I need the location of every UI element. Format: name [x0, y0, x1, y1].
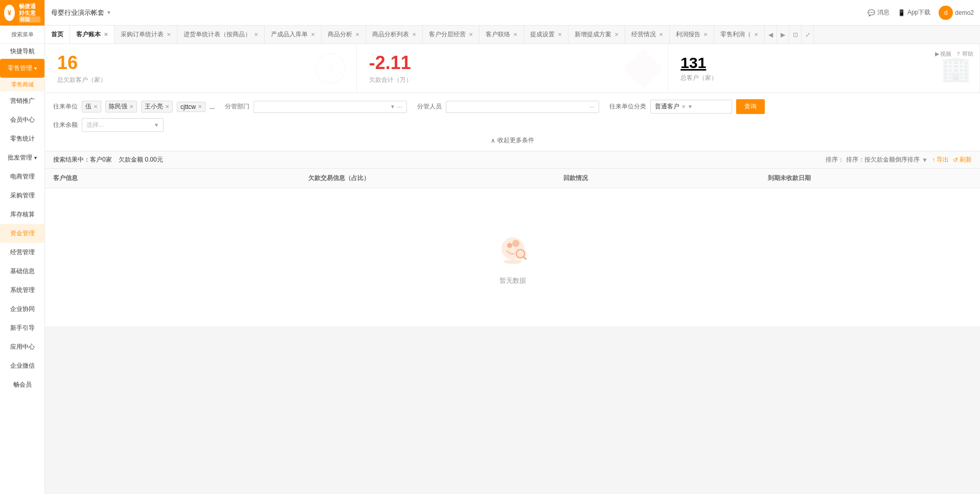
tab-close-product-analysis[interactable]: ✕	[355, 32, 359, 37]
sidebar-item-retail[interactable]: 零售管理 ▾	[0, 59, 44, 78]
category-tag-close[interactable]: ✕	[681, 104, 686, 109]
tab-expand[interactable]: ⤢	[802, 26, 814, 44]
stat-debtors-label: 总欠款客户（家）	[57, 76, 106, 84]
tab-profit-report[interactable]: 利润报告 ✕	[670, 26, 714, 44]
collapse-button[interactable]: ∧ 收起更多条件	[491, 136, 534, 145]
sidebar-item-marketing[interactable]: 营销推广	[0, 92, 44, 110]
dept-input[interactable]: ▼ ···	[254, 101, 407, 113]
app-icon: 📱	[898, 9, 905, 16]
user-label: demo2	[955, 9, 974, 16]
svg-point-3	[512, 240, 519, 247]
company-filter-label: 往来单位	[53, 102, 78, 111]
tab-nav-next[interactable]: ▶	[777, 26, 789, 44]
sort-selector[interactable]: 排序： 排序：按欠款金额倒序排序 ▼	[826, 155, 928, 164]
sidebar-item-operations[interactable]: 经营管理	[0, 243, 44, 262]
sidebar-item-member[interactable]: 会员中心	[0, 110, 44, 129]
company-tag-wu-close[interactable]: ✕	[94, 104, 98, 109]
sidebar-item-purchase[interactable]: 采购管理	[0, 186, 44, 205]
tab-nav-menu[interactable]: ⊡	[789, 26, 802, 44]
empty-state: 暂无数据	[45, 188, 980, 326]
sidebar-item-enterprise[interactable]: 企业协同	[0, 300, 44, 319]
sidebar-item-basic[interactable]: 基础信息	[0, 262, 44, 281]
dept-dots[interactable]: ···	[397, 103, 402, 110]
company-tag-cjttcw-close[interactable]: ✕	[198, 104, 202, 109]
tab-promo-settings[interactable]: 提成设置 ✕	[524, 26, 568, 44]
tab-close-product-analysis-list[interactable]: ✕	[412, 32, 416, 37]
person-input[interactable]: ···	[446, 101, 599, 113]
stat-total-debtors: ¥ 16 总欠款客户（家）	[45, 44, 357, 93]
sidebar-search[interactable]: 搜索菜单	[0, 26, 44, 44]
tab-operations[interactable]: 经营情况 ✕	[625, 26, 670, 44]
sidebar-item-newguide[interactable]: 新手引导	[0, 319, 44, 338]
query-button[interactable]: 查询	[736, 99, 765, 114]
result-summary: 搜索结果中：客户0家 欠款金额 0.00元	[53, 155, 163, 164]
tab-purchase-stat[interactable]: 进货单统计表（按商品） ✕	[177, 26, 265, 44]
stat-customers-value[interactable]: 131	[680, 54, 717, 72]
category-tag: 普通客户 ✕	[655, 102, 686, 111]
page-content: ¥ 16 总欠款客户（家） -2.11 欠款合计（万） 🏢	[45, 44, 980, 494]
app-download-button[interactable]: 📱 App下载	[898, 8, 930, 17]
sidebar-item-wholesale[interactable]: 批发管理 ▾	[0, 148, 44, 167]
video-help-btn[interactable]: ▶ 视频	[935, 50, 951, 58]
tab-close-operations[interactable]: ✕	[659, 32, 663, 37]
tab-nav-prev[interactable]: ◀	[765, 26, 777, 44]
tab-product-analysis-list[interactable]: 商品分析列表 ✕	[366, 26, 423, 44]
sidebar-item-wechat[interactable]: 企业微信	[0, 356, 44, 375]
company-tags-more[interactable]: ...	[210, 103, 215, 110]
category-input[interactable]: 普通客户 ✕ ▼	[650, 100, 732, 114]
company-tag-wu: 伍 ✕	[82, 101, 101, 113]
col-repay: 回款情况	[563, 174, 767, 183]
sidebar-item-vip[interactable]: 畅会员	[0, 375, 44, 394]
sidebar-item-apps[interactable]: 应用中心	[0, 338, 44, 356]
help-btn[interactable]: ？ 帮助	[955, 50, 973, 58]
company-tag-wang-close[interactable]: ✕	[165, 104, 169, 109]
sidebar-item-ecommerce[interactable]: 电商管理	[0, 167, 44, 186]
tab-new-promo[interactable]: 新增提成方案 ✕	[568, 26, 625, 44]
stat-customers-label: 总客户（家）	[680, 74, 717, 82]
sidebar-item-retail-shop[interactable]: 零售商城	[0, 78, 44, 92]
user-profile[interactable]: d demo2	[939, 6, 974, 20]
tab-close-customer-ops[interactable]: ✕	[469, 32, 473, 37]
export-button[interactable]: ↑ 导出	[932, 155, 949, 164]
tab-close-accounts[interactable]: ✕	[104, 32, 108, 37]
company-tag-cjttcw: cjttcw ✕	[177, 102, 206, 112]
col-debt: 欠款交易信息（占比）	[308, 174, 563, 183]
tab-product-analysis[interactable]: 商品分析 ✕	[322, 26, 366, 44]
tab-close-customer-contact[interactable]: ✕	[513, 32, 517, 37]
tab-close-new-promo[interactable]: ✕	[614, 32, 619, 37]
tab-close-retail-profit[interactable]: ✕	[754, 32, 758, 37]
store-name: 母婴行业演示帐套	[51, 8, 104, 17]
tab-close-promo-settings[interactable]: ✕	[558, 32, 562, 37]
tab-purchase-order[interactable]: 采购订单统计表 ✕	[115, 26, 177, 44]
tab-close-purchase-order[interactable]: ✕	[167, 32, 171, 37]
store-selector[interactable]: 母婴行业演示帐套 ▼	[51, 8, 111, 17]
sidebar-item-system[interactable]: 系统管理	[0, 281, 44, 300]
svg-line-6	[523, 257, 526, 259]
message-label: 消息	[877, 8, 890, 17]
sidebar-item-inventory[interactable]: 库存核算	[0, 205, 44, 224]
sort-arrow-icon: ▼	[922, 156, 928, 164]
tab-close-product-entry[interactable]: ✕	[311, 32, 315, 37]
sidebar-item-finance[interactable]: 资金管理	[0, 224, 44, 243]
tab-close-profit-report[interactable]: ✕	[703, 32, 708, 37]
tab-product-entry[interactable]: 产成品入库单 ✕	[265, 26, 322, 44]
logo-icon: ¥	[4, 5, 15, 21]
building-icon: 🏢	[941, 54, 971, 83]
store-selector-arrow: ▼	[106, 10, 111, 15]
sidebar-quicknav[interactable]: 快捷导航	[0, 44, 44, 59]
sidebar-item-retail-stat[interactable]: 零售统计	[0, 129, 44, 148]
tab-close-purchase-stat[interactable]: ✕	[254, 32, 258, 37]
topbar-left: 母婴行业演示帐套 ▼	[51, 8, 111, 17]
tab-customer-contact[interactable]: 客户联络 ✕	[480, 26, 524, 44]
message-button[interactable]: 💬 消息	[868, 8, 890, 17]
tab-home[interactable]: 首页	[45, 26, 70, 44]
balance-input[interactable]: 选择... ▼	[82, 118, 164, 132]
tab-customer-ops[interactable]: 客户分层经营 ✕	[423, 26, 480, 44]
tab-retail-profit[interactable]: 零售利润（ ✕	[714, 26, 765, 44]
refresh-button[interactable]: ↺ 刷新	[953, 155, 972, 164]
company-tag-chen-close[interactable]: ✕	[129, 104, 133, 109]
tab-accounts[interactable]: 客户账本 ✕	[70, 26, 115, 44]
person-dots[interactable]: ···	[589, 103, 595, 110]
stat-help-actions: ▶ 视频 ？ 帮助	[935, 50, 973, 58]
dept-arrow: ▼	[390, 104, 395, 109]
